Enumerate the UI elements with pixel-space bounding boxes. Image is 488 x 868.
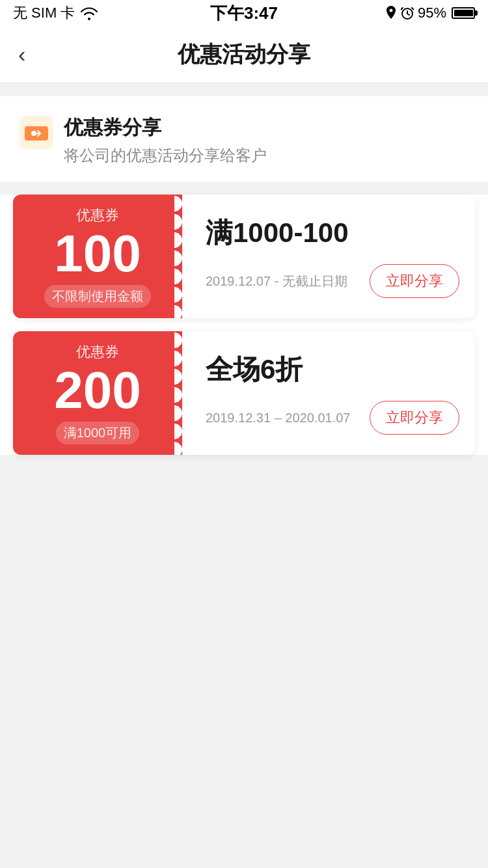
coupon-name-1: 满1000-100: [206, 215, 459, 251]
share-button-2[interactable]: 立即分享: [370, 401, 459, 435]
coupon-left-2: 优惠券 200 满1000可用: [13, 331, 182, 455]
coupon-card-2: 优惠券 200 满1000可用 全场6折 2019.12.31 – 2020.0…: [13, 331, 475, 455]
coupon-amount-2: 200: [54, 364, 141, 416]
coupon-section-icon: [20, 116, 53, 150]
coupon-date-2: 2019.12.31 – 2020.01.07: [206, 411, 350, 426]
section-subtitle: 将公司的优惠活动分享给客户: [64, 145, 267, 166]
battery-percentage: 95%: [418, 5, 446, 21]
status-right: 95%: [385, 5, 475, 21]
coupon-right-2: 全场6折 2019.12.31 – 2020.01.07 立即分享: [182, 331, 475, 455]
wifi-icon: [80, 6, 98, 20]
section-text: 优惠券分享 将公司的优惠活动分享给客户: [64, 115, 267, 166]
coupon-label-2: 优惠券: [76, 342, 119, 362]
section-title: 优惠券分享: [64, 115, 267, 141]
section-header: 优惠券分享 将公司的优惠活动分享给客户: [0, 96, 488, 182]
coupon-name-2: 全场6折: [206, 351, 459, 388]
coupon-left-1: 优惠券 100 不限制使用金额: [13, 195, 182, 318]
nav-bar: ‹ 优惠活动分享: [0, 26, 488, 83]
coupon-card-1: 优惠券 100 不限制使用金额 满1000-100 2019.12.07 - 无…: [13, 195, 475, 318]
back-button[interactable]: ‹: [18, 42, 25, 67]
carrier-text: 无 SIM 卡: [13, 3, 75, 23]
coupon-condition-1: 不限制使用金额: [44, 285, 151, 308]
battery-icon: [452, 7, 475, 19]
coupon-bottom-2: 2019.12.31 – 2020.01.07 立即分享: [206, 401, 459, 435]
location-icon: [385, 6, 397, 20]
share-button-1[interactable]: 立即分享: [370, 264, 459, 298]
coupon-right-1: 满1000-100 2019.12.07 - 无截止日期 立即分享: [182, 195, 475, 318]
status-time: 下午3:47: [210, 2, 278, 25]
empty-area: [0, 468, 488, 858]
coupon-label-1: 优惠券: [76, 206, 119, 225]
coupon-date-1: 2019.12.07 - 无截止日期: [206, 273, 347, 290]
coupon-bottom-1: 2019.12.07 - 无截止日期 立即分享: [206, 264, 459, 298]
alarm-icon: [401, 6, 414, 20]
coupon-condition-2: 满1000可用: [56, 422, 140, 444]
coupon-amount-1: 100: [54, 228, 141, 280]
coupon-list: 优惠券 100 不限制使用金额 满1000-100 2019.12.07 - 无…: [0, 195, 488, 455]
page-title: 优惠活动分享: [178, 40, 310, 70]
status-bar: 无 SIM 卡 下午3:47 95%: [0, 0, 488, 26]
status-left: 无 SIM 卡: [13, 3, 98, 23]
